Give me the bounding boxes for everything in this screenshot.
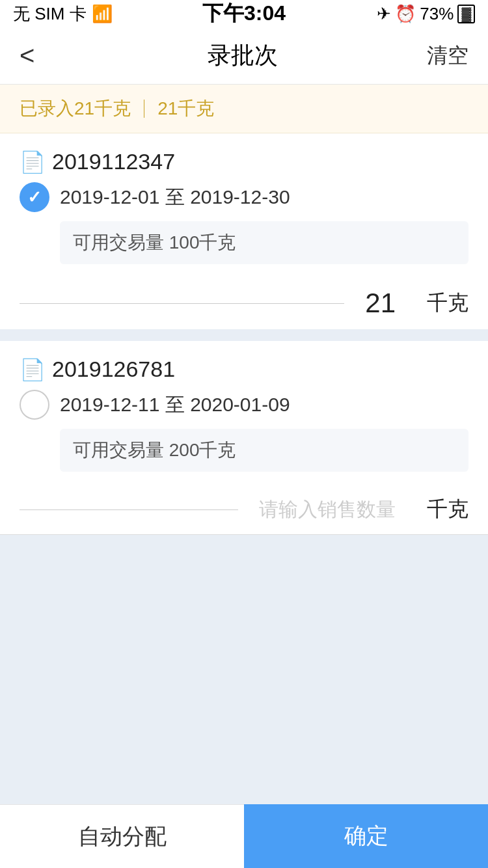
batch-icon-1: 📄 <box>20 150 46 174</box>
clear-button[interactable]: 清空 <box>427 42 468 70</box>
batch-card-2: 📄 2019126781 ✓ 2019-12-11 至 2020-01-09 可… <box>0 341 488 535</box>
batch-id-2: 2019126781 <box>52 357 175 382</box>
alarm-icon: ⏰ <box>395 4 416 24</box>
available-box-2: 可用交易量 200千克 <box>60 429 468 472</box>
batch-checkbox-1[interactable]: ✓ <box>20 182 49 212</box>
batch-header-2: 📄 2019126781 <box>20 357 468 382</box>
back-button[interactable]: < <box>20 41 59 70</box>
input-unit-2: 千克 <box>427 495 468 524</box>
wifi-icon: 📶 <box>92 4 113 24</box>
nav-bar: < 录批次 清空 <box>0 27 488 85</box>
page-title: 录批次 <box>208 40 278 72</box>
quantity-row-1: 21 千克 <box>0 275 488 329</box>
batch-item-2: 📄 2019126781 ✓ 2019-12-11 至 2020-01-09 可… <box>0 341 488 472</box>
confirm-button[interactable]: 确定 <box>244 804 488 868</box>
batch-item-1: 📄 2019112347 ✓ 2019-12-01 至 2019-12-30 可… <box>0 133 488 264</box>
carrier-text: 无 SIM 卡 <box>13 3 87 25</box>
battery-icon: ▓ <box>457 5 475 23</box>
bottom-actions: 自动分配 确定 <box>0 804 488 868</box>
batch-date-row-2: ✓ 2019-12-11 至 2020-01-09 <box>20 390 468 420</box>
batch-icon-2: 📄 <box>20 357 46 382</box>
batch-date-1: 2019-12-01 至 2019-12-30 <box>60 184 290 211</box>
gray-area <box>0 535 488 821</box>
batch-card-1: 📄 2019112347 ✓ 2019-12-01 至 2019-12-30 可… <box>0 133 488 329</box>
total-amount: 21千克 <box>157 96 214 121</box>
input-row-2: 请输入销售数量 千克 <box>0 482 488 535</box>
batch-date-row-1: ✓ 2019-12-01 至 2019-12-30 <box>20 182 468 212</box>
batch-id-1: 2019112347 <box>52 149 175 174</box>
batch-checkbox-2[interactable]: ✓ <box>20 390 49 420</box>
batch-header-1: 📄 2019112347 <box>20 149 468 174</box>
batch-date-2: 2019-12-11 至 2020-01-09 <box>60 392 290 418</box>
battery-text: 73% <box>420 4 454 24</box>
available-box-1: 可用交易量 100千克 <box>60 221 468 264</box>
status-time: 下午3:04 <box>202 0 286 28</box>
status-right: ✈ ⏰ 73% ▓ <box>377 4 475 24</box>
location-icon: ✈ <box>377 4 391 24</box>
quantity-value-1: 21 <box>365 288 396 319</box>
status-bar: 无 SIM 卡 📶 下午3:04 ✈ ⏰ 73% ▓ <box>0 0 488 27</box>
quantity-unit-1: 千克 <box>427 289 468 318</box>
checkmark-icon-1: ✓ <box>27 187 42 208</box>
checkmark-icon-2: ✓ <box>27 395 42 415</box>
auto-distribute-button[interactable]: 自动分配 <box>0 804 244 868</box>
recorded-amount: 已录入21千克 <box>20 96 131 121</box>
info-divider <box>144 100 144 118</box>
status-left: 无 SIM 卡 📶 <box>13 3 113 25</box>
info-banner: 已录入21千克 21千克 <box>0 85 488 133</box>
input-placeholder-2[interactable]: 请输入销售数量 <box>259 496 396 523</box>
